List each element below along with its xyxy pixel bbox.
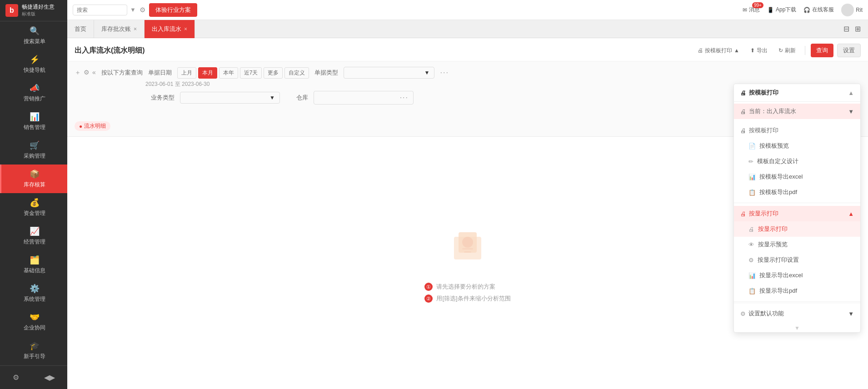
dropdown-title: 🖨 按模板打印: [740, 89, 778, 97]
print-icon: 🖨: [698, 47, 703, 54]
display-print-action-label: 按显示打印: [758, 225, 788, 233]
template-custom-item[interactable]: ✏ 模板自定义设计: [734, 154, 860, 169]
sidebar-item-enterprise[interactable]: 🤝 企业协同: [0, 308, 67, 336]
biz-type-dropdown[interactable]: ▼: [180, 92, 280, 104]
topbar-search: ▼: [73, 5, 136, 15]
print-btn[interactable]: 🖨 按模板打印 ▲: [694, 45, 743, 56]
sidebar-item-finance[interactable]: 💰 资金管理: [0, 193, 67, 222]
pdf-icon: 📋: [748, 189, 756, 196]
topbar: ▼ ⚙ 体验行业方案 ✉ 消息 99+ 📱 App下载 🎧 在线客服 Rit: [67, 0, 868, 20]
template-print-section: 🖨 按模板打印 📄 按模板预览 ✏ 模板自定义设计 📊 按模板导出excel: [734, 121, 860, 202]
display-print-action-item[interactable]: 🖨 按显示打印: [734, 221, 860, 237]
message-btn[interactable]: ✉ 消息 99+: [743, 6, 760, 14]
sidebar-item-label: 销售管理: [24, 124, 45, 131]
megaphone-icon: 📣: [30, 83, 40, 93]
sidebar-item-label: 基础信息: [24, 267, 45, 274]
sidebar-item-marketing[interactable]: 📣 营销推广: [0, 79, 67, 107]
user-avatar-btn[interactable]: Rit: [841, 4, 863, 16]
content-area: 出入库流水(流水明细) 🖨 按模板打印 ▲ ⬆ 导出 ↻ 刷新 查询 设置: [67, 38, 868, 389]
warehouse-dropdown[interactable]: ···: [314, 91, 414, 105]
current-item-icon: 🖨: [740, 108, 746, 115]
display-print-header[interactable]: 🖨 按显示打印 ▲: [734, 206, 860, 221]
sidebar-item-operations[interactable]: 📈 经营管理: [0, 222, 67, 250]
template-print-header[interactable]: 🖨 按模板打印: [734, 123, 860, 138]
tabbar-controls: ⊟ ⊞: [842, 23, 868, 35]
tab-batch-account[interactable]: 库存批次账 ×: [94, 20, 145, 38]
dropdown-collapse-icon[interactable]: ▲: [848, 90, 854, 96]
tab-flow-label: 出入库流水: [152, 25, 181, 33]
template-export-excel-item[interactable]: 📊 按模板导出excel: [734, 169, 860, 185]
display-export-pdf-item[interactable]: 📋 按显示导出pdf: [734, 283, 860, 299]
set-default-label: 设置默认功能: [748, 309, 784, 318]
display-preview-icon: 👁: [748, 241, 754, 248]
date-tag-custom[interactable]: 自定义: [284, 67, 309, 79]
tab-maximize-icon[interactable]: ⊞: [853, 23, 863, 35]
cart-icon: 🛒: [30, 140, 40, 150]
online-service-btn[interactable]: 🎧 在线客服: [803, 6, 834, 14]
more-options-icon[interactable]: ···: [440, 69, 449, 77]
sidebar-item-label: 资金管理: [24, 209, 45, 217]
display-export-pdf-label: 按显示导出pdf: [759, 287, 797, 295]
date-tag-7days[interactable]: 近7天: [240, 67, 262, 79]
tab-home[interactable]: 首页: [67, 20, 94, 38]
topbar-gear-icon[interactable]: ⚙: [140, 6, 145, 14]
doc-type-dropdown[interactable]: ▼: [344, 67, 434, 79]
search-input[interactable]: [73, 5, 127, 15]
display-print-settings-item[interactable]: ⚙ 按显示打印设置: [734, 252, 860, 268]
app-download-btn[interactable]: 📱 App下载: [767, 6, 796, 14]
refresh-btn[interactable]: ↻ 刷新: [775, 45, 799, 56]
message-icon: ✉: [743, 7, 747, 13]
add-filter-icon[interactable]: ＋: [75, 69, 81, 77]
template-preview-item[interactable]: 📄 按模板预览: [734, 138, 860, 154]
sidebar-item-basic[interactable]: 🗂️ 基础信息: [0, 250, 67, 279]
dropdown-current-item[interactable]: 🖨 当前：出入库流水 ▼: [734, 104, 860, 119]
date-tag-last-month[interactable]: 上月: [177, 67, 196, 79]
sidebar-item-sales[interactable]: 📊 销售管理: [0, 107, 67, 136]
settings-btn[interactable]: 设置: [837, 44, 861, 57]
display-export-excel-item[interactable]: 📊 按显示导出excel: [734, 268, 860, 283]
date-tag-this-year[interactable]: 本年: [219, 67, 238, 79]
sidebar-settings-icon[interactable]: ⚙: [10, 370, 22, 384]
trial-btn[interactable]: 体验行业方案: [149, 3, 197, 17]
sidebar: b 畅捷通好生意 标准版 🔍 搜索菜单 ⚡ 快捷导航 📣 营销推广 📊 销售管理…: [0, 0, 67, 389]
tab-flow[interactable]: 出入库流水 ×: [145, 20, 195, 38]
tab-flow-close[interactable]: ×: [184, 26, 187, 32]
svg-rect-4: [464, 251, 471, 253]
sidebar-item-system[interactable]: ⚙️ 系统管理: [0, 279, 67, 308]
display-preview-item[interactable]: 👁 按显示预览: [734, 237, 860, 252]
print-dropdown-arrow[interactable]: ▲: [734, 47, 739, 54]
collapse-filter-icon[interactable]: «: [92, 69, 96, 77]
display-pdf-icon: 📋: [748, 288, 756, 294]
date-tag-more[interactable]: 更多: [264, 67, 283, 79]
sidebar-item-search[interactable]: 🔍 搜索菜单: [0, 21, 67, 50]
warehouse-more-icon[interactable]: ···: [400, 94, 409, 102]
display-print-section-icon: 🖨: [740, 210, 746, 217]
tab-home-label: 首页: [75, 25, 86, 33]
tab-batch-account-close[interactable]: ×: [134, 26, 137, 32]
display-print-section: 🖨 按显示打印 ▲ 🖨 按显示打印 👁 按显示预览 ⚙ 按显示打印设置: [734, 204, 860, 300]
export-btn[interactable]: ⬆ 导出: [747, 45, 771, 56]
trending-icon: 📈: [30, 226, 40, 236]
doc-type-label: 单据类型: [314, 69, 338, 77]
footer-divider: [734, 301, 860, 302]
sidebar-item-newbie[interactable]: 🎓 新手引导: [0, 336, 67, 365]
sidebar-collapse-icon[interactable]: ◀▶: [41, 370, 58, 384]
set-default-item[interactable]: ⚙ 设置默认功能 ▼: [740, 307, 854, 320]
sidebar-item-purchase[interactable]: 🛒 采购管理: [0, 136, 67, 165]
chart-icon: 📊: [30, 112, 40, 122]
tab-batch-account-label: 库存批次账: [101, 25, 131, 33]
search-dropdown-icon[interactable]: ▼: [130, 6, 136, 13]
active-filter-chip[interactable]: ● 流水明细: [75, 121, 110, 131]
template-export-pdf-item[interactable]: 📋 按模板导出pdf: [734, 185, 860, 200]
phone-download-icon: 📱: [767, 7, 774, 13]
filter-settings-icon[interactable]: ⚙: [84, 69, 90, 77]
template-custom-label: 模板自定义设计: [757, 157, 798, 165]
sidebar-item-quick-nav[interactable]: ⚡ 快捷导航: [0, 50, 67, 79]
tab-minimize-icon[interactable]: ⊟: [842, 23, 851, 35]
sidebar-item-inventory[interactable]: 📦 库存核算: [0, 165, 67, 193]
folder-icon: 🗂️: [30, 255, 40, 265]
doc-type-arrow: ▼: [424, 70, 430, 76]
query-btn[interactable]: 查询: [811, 44, 833, 57]
date-label: 单据日期: [148, 69, 172, 77]
date-tag-this-month[interactable]: 本月: [198, 67, 217, 79]
